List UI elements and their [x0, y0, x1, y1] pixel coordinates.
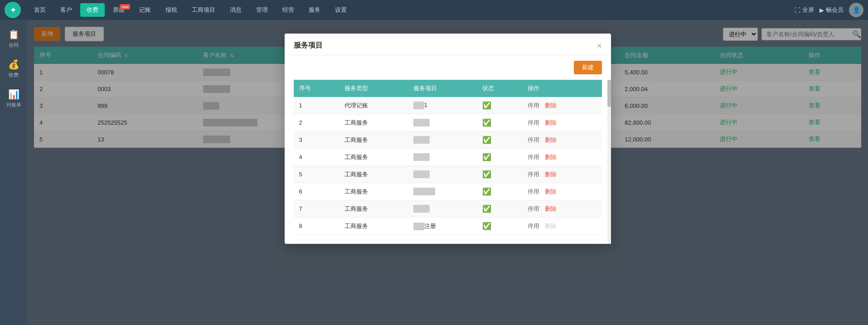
nav-tax[interactable]: 报税 [159, 3, 184, 17]
stop-button[interactable]: 停用 [528, 102, 539, 109]
sidebar-item-fee[interactable]: 💰 收费 [1, 54, 26, 82]
modal-cell-seq: 4 [294, 149, 339, 166]
modal-cell-status: ✅ [477, 183, 522, 200]
modal-col-seq: 序号 [294, 80, 339, 97]
modal-cell-seq: 8 [294, 218, 339, 235]
modal-cell-item [408, 131, 477, 149]
stop-button[interactable]: 停用 [528, 119, 539, 126]
delete-button[interactable]: 删除 [545, 188, 557, 195]
stop-button[interactable]: 停用 [528, 188, 539, 195]
modal-cell-status: ✅ [477, 166, 522, 183]
modal-cell-type: 工商服务 [339, 131, 408, 149]
user-avatar[interactable]: 👤 [849, 3, 863, 17]
modal-table-row: 8 工商服务 注册 ✅ 停用 删除 [294, 218, 602, 235]
modal-cell-status: ✅ [477, 97, 522, 114]
modal-cell-type: 工商服务 [339, 218, 408, 235]
vip-icon: ▶ [820, 7, 824, 14]
service-items-modal: 服务项目 × 新建 序号 服务类型 服务项目 状态 [285, 34, 611, 244]
nav-operation[interactable]: 经营 [276, 3, 301, 17]
main-content: 新增 服务项目 进行中 全部 已结束 🔍 序号 合同编码 ⇅ 客 [27, 20, 868, 325]
delete-button[interactable]: 删除 [545, 205, 557, 212]
fullscreen-icon: ⛶ [795, 7, 800, 14]
status-check-icon: ✅ [482, 222, 491, 230]
modal-cell-seq: 7 [294, 200, 339, 218]
delete-button[interactable]: 删除 [545, 223, 557, 229]
status-check-icon: ✅ [482, 153, 491, 161]
stop-button[interactable]: 停用 [528, 223, 539, 229]
modal-cell-seq: 1 [294, 97, 339, 114]
contract-icon: 📋 [8, 29, 19, 40]
modal-col-item: 服务项目 [408, 80, 477, 97]
modal-cell-type: 工商服务 [339, 183, 408, 200]
nav-bookkeeping[interactable]: 记账 [133, 3, 157, 17]
sidebar-label-contract: 合同 [9, 42, 19, 49]
modal-title: 服务项目 [294, 41, 323, 50]
nav-home[interactable]: 首页 [28, 3, 52, 17]
nav-service[interactable]: 服务 [302, 3, 327, 17]
modal-close-button[interactable]: × [597, 42, 602, 50]
fee-icon: 💰 [8, 59, 19, 70]
modal-overlay: 服务项目 × 新建 序号 服务类型 服务项目 状态 [27, 20, 868, 325]
nav-right: ⛶ 全屏 ▶ 畅会员 👤 [795, 3, 863, 17]
fullscreen-label: 全屏 [802, 6, 814, 14]
stop-button[interactable]: 停用 [528, 154, 539, 160]
scrollbar-track[interactable] [607, 80, 611, 244]
status-check-icon: ✅ [482, 188, 491, 195]
modal-header: 服务项目 × [285, 34, 611, 55]
delete-button[interactable]: 删除 [545, 119, 557, 126]
modal-cell-item: 1 [408, 97, 477, 114]
nav-manage[interactable]: 管理 [250, 3, 274, 17]
status-check-icon: ✅ [482, 119, 491, 126]
delete-button[interactable]: 删除 [545, 136, 557, 143]
delete-button[interactable]: 删除 [545, 154, 557, 160]
modal-cell-status: ✅ [477, 200, 522, 218]
avatar-icon: 👤 [853, 6, 860, 14]
modal-cell-seq: 2 [294, 114, 339, 131]
stop-button[interactable]: 停用 [528, 136, 539, 143]
modal-col-type: 服务类型 [339, 80, 408, 97]
sidebar: 📋 合同 💰 收费 📊 对账单 [0, 20, 27, 325]
modal-new-button[interactable]: 新建 [574, 61, 602, 74]
nav-customer[interactable]: 客户 [54, 3, 78, 17]
delete-button[interactable]: 删除 [545, 171, 557, 178]
modal-cell-type: 代理记账 [339, 97, 408, 114]
nav-business[interactable]: 工商项目 [185, 3, 222, 17]
modal-cell-status: ✅ [477, 114, 522, 131]
modal-cell-action: 停用 删除 [522, 166, 601, 183]
modal-table-row: 5 工商服务 ✅ 停用 删除 [294, 166, 602, 183]
modal-cell-action: 停用 删除 [522, 183, 601, 200]
status-check-icon: ✅ [482, 170, 491, 178]
fullscreen-button[interactable]: ⛶ 全屏 [795, 6, 814, 14]
modal-cell-action: 停用 删除 [522, 97, 601, 114]
modal-table-row: 7 工商服务 ✅ 停用 删除 [294, 200, 602, 218]
stop-button[interactable]: 停用 [528, 171, 539, 178]
reconciliation-icon: 📊 [8, 89, 19, 100]
modal-cell-type: 工商服务 [339, 166, 408, 183]
modal-cell-item: 注册 [408, 218, 477, 235]
app-logo: ✦ [5, 2, 21, 18]
nav-message[interactable]: 消息 [223, 3, 248, 17]
sidebar-item-contract[interactable]: 📋 合同 [1, 24, 26, 52]
top-navigation: ✦ 首页 客户 收费 票据 new 记账 报税 工商项目 消息 管理 经营 服务… [0, 0, 868, 20]
nav-items: 首页 客户 收费 票据 new 记账 报税 工商项目 消息 管理 经营 服务 设… [28, 3, 795, 17]
sidebar-label-reconciliation: 对账单 [6, 102, 21, 108]
nav-invoice[interactable]: 票据 new [107, 3, 131, 17]
modal-cell-item [408, 166, 477, 183]
nav-fee[interactable]: 收费 [80, 3, 105, 17]
scrollbar-thumb[interactable] [607, 80, 611, 107]
sidebar-item-reconciliation[interactable]: 📊 对账单 [1, 84, 26, 112]
modal-table-row: 2 工商服务 ✅ 停用 删除 [294, 114, 602, 131]
stop-button[interactable]: 停用 [528, 205, 539, 212]
modal-cell-type: 工商服务 [339, 200, 408, 218]
modal-table-row: 4 工商服务 ✅ 停用 删除 [294, 149, 602, 166]
service-items-table: 序号 服务类型 服务项目 状态 操作 1 代理记账 1 [294, 80, 602, 235]
modal-cell-seq: 6 [294, 183, 339, 200]
modal-cell-type: 工商服务 [339, 149, 408, 166]
delete-button[interactable]: 删除 [545, 102, 557, 109]
modal-table-row: 3 工商服务 ✅ 停用 删除 [294, 131, 602, 149]
modal-cell-type: 工商服务 [339, 114, 408, 131]
nav-settings[interactable]: 设置 [329, 3, 353, 17]
modal-cell-status: ✅ [477, 131, 522, 149]
modal-table-row: 1 代理记账 1 ✅ 停用 删除 [294, 97, 602, 114]
vip-button[interactable]: ▶ 畅会员 [820, 6, 844, 14]
